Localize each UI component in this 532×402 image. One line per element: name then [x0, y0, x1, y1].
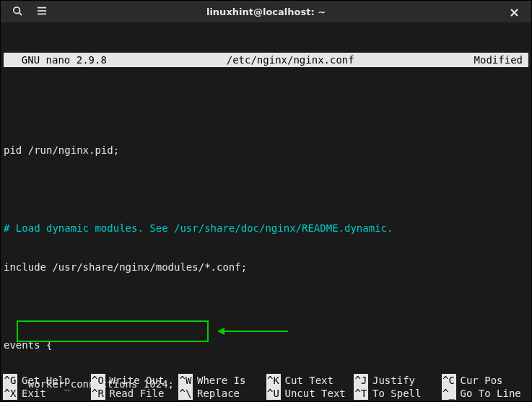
annotation-arrow-line	[224, 331, 288, 332]
window-titlebar: linuxhint@localhost: ~ ×	[1, 1, 531, 22]
nano-app-label: GNU nano 2.9.8	[9, 53, 107, 66]
svg-line-1	[19, 12, 22, 15]
config-comment: # Load dynamic modules. See /usr/share/d…	[4, 222, 528, 235]
nano-file-path: /etc/nginx/nginx.conf	[227, 53, 354, 66]
shortcut-exit[interactable]: ^XExit	[3, 387, 91, 400]
blank-line	[4, 300, 528, 313]
window-title: linuxhint@localhost: ~	[95, 6, 437, 17]
nano-header: GNU nano 2.9.8 /etc/nginx/nginx.conf Mod…	[4, 53, 528, 67]
config-line: include /usr/share/nginx/modules/*.conf;	[4, 261, 528, 274]
svg-point-0	[14, 6, 20, 13]
shortcut-uncut-text[interactable]: ^UUncut Text	[266, 387, 354, 400]
shortcut-cur-pos[interactable]: ^CCur Pos	[442, 374, 530, 387]
config-line: pid /run/nginx.pid;	[4, 144, 528, 157]
shortcut-read-file[interactable]: ^RRead File	[91, 387, 179, 400]
blank-line	[4, 183, 528, 196]
shortcut-write-out[interactable]: ^OWrite Out	[91, 374, 179, 387]
nano-shortcut-bar: ^GGet Help ^OWrite Out ^WWhere Is ^KCut …	[0, 374, 532, 401]
terminal-area[interactable]: GNU nano 2.9.8 /etc/nginx/nginx.conf Mod…	[1, 22, 531, 402]
annotation-arrow-head	[217, 328, 224, 335]
shortcut-cut-text[interactable]: ^KCut Text	[266, 374, 354, 387]
editor-content[interactable]: pid /run/nginx.pid; # Load dynamic modul…	[1, 118, 531, 402]
shortcut-where-is[interactable]: ^WWhere Is	[178, 374, 266, 387]
shortcut-to-spell[interactable]: ^TTo Spell	[354, 387, 442, 400]
shortcut-replace[interactable]: ^\Replace	[178, 387, 266, 400]
shortcut-justify[interactable]: ^JJustify	[354, 374, 442, 387]
menu-icon[interactable]	[32, 6, 51, 18]
nano-status: Modified	[474, 53, 523, 66]
shortcut-go-to-line[interactable]: ^_Go To Line	[442, 387, 530, 400]
config-line: events {	[4, 338, 528, 351]
close-icon[interactable]: ×	[505, 4, 524, 19]
shortcut-get-help[interactable]: ^GGet Help	[3, 374, 91, 387]
search-icon[interactable]	[8, 6, 27, 18]
